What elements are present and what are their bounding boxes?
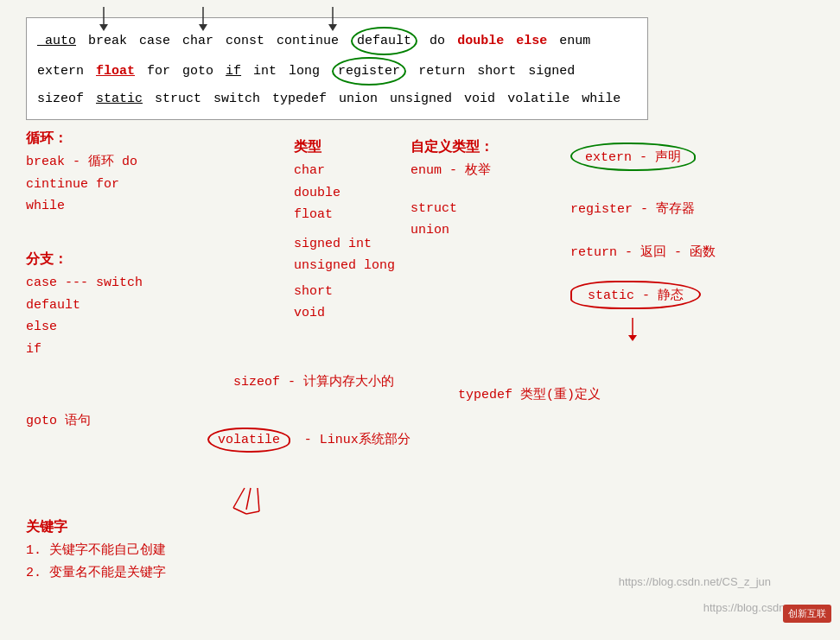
register-label: register - 寄存器 — [570, 199, 695, 221]
svg-line-10 — [246, 511, 259, 514]
kw-struct: struct — [155, 87, 201, 111]
branch-item-4: if — [26, 339, 143, 361]
kw-volatile: volatile — [507, 87, 570, 111]
kw-return: return — [418, 60, 465, 83]
static-label: static - 静态 — [588, 288, 684, 303]
types-signed: signed int — [294, 233, 395, 256]
kw-const: const — [226, 29, 264, 53]
static-section: static - 静态 — [570, 281, 701, 309]
sizeof-section: sizeof - 计算内存大小的 — [233, 371, 394, 394]
loop-item-2: cintinue for — [26, 174, 137, 196]
branch-section: 分支： case --- switch default else if — [26, 250, 143, 360]
kw-signed: signed — [528, 60, 575, 83]
kw-case: case — [139, 29, 170, 53]
typedef-label: typedef 类型(重)定义 — [458, 384, 601, 407]
svg-line-8 — [258, 488, 259, 511]
kw-if: if — [226, 60, 241, 83]
custom-struct: struct — [410, 198, 493, 220]
goto-section: goto 语句 — [26, 410, 91, 433]
kw-switch: switch — [213, 87, 260, 111]
extern-label: extern - 声明 — [585, 150, 681, 165]
kw-unsigned: unsigned — [390, 87, 452, 111]
svg-line-7 — [246, 488, 251, 510]
kw-char: char — [182, 29, 213, 53]
kw-goto: goto — [182, 60, 213, 83]
sizeof-label: sizeof - 计算内存大小的 — [233, 371, 394, 394]
return-label: return - 返回 - 函数 — [570, 242, 716, 264]
typedef-section: typedef 类型(重)定义 — [458, 384, 601, 407]
loop-section: 循环： break - 循环 do cintinue for while — [26, 130, 137, 218]
keywords-box: _auto break case char const continue def… — [26, 17, 648, 120]
kw-sizeof: sizeof — [37, 87, 84, 111]
logo-badge: 创新互联 — [783, 605, 831, 623]
svg-line-6 — [233, 488, 245, 508]
types-heading: 类型 — [294, 138, 395, 156]
loop-item-3: while — [26, 195, 137, 218]
kw-extern: extern — [37, 60, 84, 83]
kw-static: static — [96, 87, 143, 111]
types-unsigned: unsigned long — [294, 255, 395, 277]
keywords-notes-section: 关键字 1. 关键字不能自己创建 2. 变量名不能是关键字 — [26, 518, 166, 584]
static-circle: static - 静态 — [570, 281, 701, 309]
branch-heading: 分支： — [26, 250, 143, 269]
kw-default: default — [351, 27, 417, 55]
branch-item-3: else — [26, 316, 143, 339]
loop-heading: 循环： — [26, 130, 137, 148]
branch-item-1: case --- switch — [26, 272, 143, 295]
volatile-section: volatile - Linux系统部分 — [207, 428, 410, 453]
keywords-note-2: 2. 变量名不能是关键字 — [26, 562, 166, 585]
types-void: void — [294, 302, 395, 325]
goto-label: goto 语句 — [26, 410, 91, 433]
kw-while: while — [582, 87, 620, 111]
svg-marker-13 — [628, 335, 637, 341]
return-section: return - 返回 - 函数 — [570, 242, 716, 264]
kw-continue: continue — [277, 29, 339, 53]
types-float: float — [294, 204, 395, 226]
types-section: 类型 char double float signed int unsigned… — [294, 138, 395, 325]
kw-int: int — [253, 60, 277, 83]
watermark-2: https://blog.csdn. — [703, 601, 788, 614]
loop-item-1: break - 循环 do — [26, 151, 137, 174]
keywords-note-1: 1. 关键字不能自己创建 — [26, 540, 166, 562]
custom-enum: enum - 枚举 — [410, 160, 493, 182]
custom-types-section: 自定义类型： enum - 枚举 struct union — [410, 138, 493, 242]
extern-section: extern - 声明 — [570, 143, 696, 171]
kw-long: long — [289, 60, 320, 83]
watermark-1: https://blog.csdn.net/CS_z_jun — [619, 575, 771, 588]
extern-circle: extern - 声明 — [570, 143, 696, 171]
kw-do: do — [430, 29, 445, 53]
kw-register: register — [332, 57, 406, 86]
custom-heading: 自定义类型： — [410, 138, 493, 156]
register-section: register - 寄存器 — [570, 199, 695, 221]
kw-void: void — [464, 87, 495, 111]
keywords-notes-heading: 关键字 — [26, 518, 166, 536]
svg-line-9 — [233, 508, 246, 514]
volatile-circle: volatile — [207, 428, 290, 453]
custom-union: union — [410, 219, 493, 242]
kw-typedef: typedef — [272, 87, 327, 111]
kw-double: double — [457, 29, 504, 53]
kw-union: union — [339, 87, 378, 111]
types-short: short — [294, 281, 395, 303]
kw-auto: _auto — [37, 29, 76, 53]
kw-enum: enum — [559, 29, 590, 53]
kw-else: else — [516, 29, 547, 53]
kw-float: float — [96, 60, 135, 83]
volatile-desc: - Linux系统部分 — [304, 433, 410, 447]
kw-for: for — [147, 60, 170, 83]
types-double: double — [294, 182, 395, 205]
types-char: char — [294, 160, 395, 182]
branch-item-2: default — [26, 295, 143, 317]
kw-break: break — [88, 29, 127, 53]
kw-short: short — [477, 60, 516, 83]
